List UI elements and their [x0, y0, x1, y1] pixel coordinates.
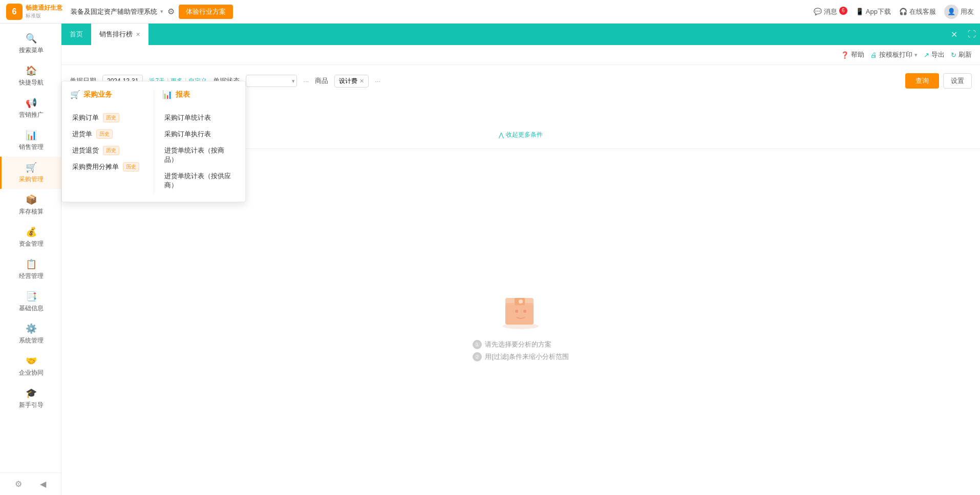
tab-bar: 首页 销售排行榜 ✕ ✕ ⛶	[61, 24, 980, 45]
tab-home[interactable]: 首页	[61, 24, 91, 45]
collapse-label: 收起更多条件	[506, 131, 543, 139]
set-btn[interactable]: 设置	[943, 73, 972, 89]
svg-point-5	[515, 310, 518, 313]
svg-point-6	[523, 310, 526, 313]
goods-in-label: 进货单	[72, 130, 92, 139]
dropdown-cols: 🛒 采购业务 采购订单 历史 进货单 历史 进货退货 历史 采购费用分摊单 历史	[70, 90, 237, 193]
sidebar-item-quicknav[interactable]: 🏠 快捷导航	[0, 60, 61, 92]
menu-item-po-exec[interactable]: 采购订单执行表	[162, 126, 238, 142]
query-btn[interactable]: 查询	[905, 73, 939, 89]
goods-return-history-badge: 历史	[103, 146, 119, 155]
online-service-item[interactable]: 🎧 在线客服	[899, 7, 936, 16]
experience-btn[interactable]: 体验行业方案	[179, 5, 233, 19]
sidebar-item-sales[interactable]: 📊 销售管理	[0, 124, 61, 157]
topbar: 6 畅捷通好生意 标准版 装备及固定资产辅助管理系统 ▾ ⚙ 体验行业方案 💬 …	[0, 0, 980, 24]
menu-item-purchase-expense[interactable]: 采购费用分摊单 历史	[70, 159, 145, 175]
sidebar-label-quicknav: 快捷导航	[19, 78, 44, 87]
empty-text: ① 请先选择要分析的方案 ② 用[过滤]条件来缩小分析范围	[473, 340, 568, 361]
sidebar-item-finance[interactable]: 💰 资金管理	[0, 221, 61, 253]
sidebar-label-search: 搜索菜单	[19, 46, 44, 55]
menu-item-purchase-order[interactable]: 采购订单 历史	[70, 110, 145, 126]
sidebar-item-enterprise[interactable]: 🤝 企业协同	[0, 350, 61, 382]
goods-return-label: 进货退货	[72, 146, 99, 155]
sidebar-item-marketing[interactable]: 📢 营销推广	[0, 92, 61, 124]
avatar: 👤	[944, 5, 958, 19]
sidebar-item-newbie[interactable]: 🎓 新手引导	[0, 382, 61, 415]
dropdown-col-purchase-biz: 🛒 采购业务 采购订单 历史 进货单 历史 进货退货 历史 采购费用分摊单 历史	[70, 90, 145, 193]
username-label: 用友	[961, 7, 974, 16]
menu-item-goods-return[interactable]: 进货退货 历史	[70, 142, 145, 159]
goods-tag-close[interactable]: ✕	[359, 78, 364, 84]
search-icon: 🔍	[26, 33, 37, 44]
hint-1-text: 请先选择要分析的方案	[485, 340, 551, 349]
tab-bar-close-btn[interactable]: ✕	[945, 30, 964, 39]
sidebar-label-operations: 经营管理	[19, 272, 44, 281]
hint-2: ② 用[过滤]条件来缩小分析范围	[473, 352, 568, 361]
sidebar-item-operations[interactable]: 📋 经营管理	[0, 253, 61, 286]
reports-icon: 📊	[162, 90, 173, 99]
export-label: 导出	[931, 50, 945, 59]
sidebar-item-system[interactable]: ⚙️ 系统管理	[0, 318, 61, 350]
sidebar-label-sales: 销售管理	[19, 143, 44, 152]
notification-label: 消息	[824, 7, 837, 16]
hint-1: ① 请先选择要分析的方案	[473, 340, 568, 349]
purchase-order-label: 采购订单	[72, 113, 99, 122]
menu-item-goods-in-stats-by-goods[interactable]: 进货单统计表（按商品）	[162, 142, 238, 168]
dropdown-divider	[154, 90, 154, 193]
help-btn[interactable]: ❓ 帮助	[841, 50, 864, 59]
menu-item-goods-in-stats-by-supplier[interactable]: 进货单统计表（按供应商）	[162, 168, 238, 193]
sidebar-label-enterprise: 企业协同	[19, 369, 44, 377]
goods-in-stats-supplier-label: 进货单统计表（按供应商）	[164, 171, 236, 190]
sidebar-item-inventory[interactable]: 📦 库存核算	[0, 189, 61, 221]
refresh-icon: ↻	[951, 51, 956, 59]
goods-in-history-badge: 历史	[96, 130, 113, 139]
sidebar-collapse-btn[interactable]: ◀	[40, 479, 46, 489]
sidebar-item-search[interactable]: 🔍 搜索菜单	[0, 28, 61, 60]
menu-item-goods-in[interactable]: 进货单 历史	[70, 126, 145, 142]
notification-item[interactable]: 💬 消息 6	[814, 7, 847, 16]
goods-more-options[interactable]: ···	[375, 77, 380, 85]
print-btn[interactable]: 🖨 按模板打印 ▾	[870, 50, 918, 59]
sidebar-label-purchase: 采购管理	[19, 175, 44, 184]
help-label: 帮助	[851, 50, 864, 59]
phone-icon: 📱	[856, 8, 864, 15]
page-header: ❓ 帮助 🖨 按模板打印 ▾ ↗ 导出 ↻ 刷新	[61, 45, 980, 65]
sidebar-item-basic-info[interactable]: 📑 基础信息	[0, 286, 61, 318]
tab-close-icon[interactable]: ✕	[136, 31, 140, 38]
sidebar-label-basic-info: 基础信息	[19, 304, 44, 313]
refresh-label: 刷新	[958, 50, 972, 59]
goods-in-stats-goods-label: 进货单统计表（按商品）	[164, 146, 236, 164]
help-icon: ❓	[841, 51, 849, 59]
export-btn[interactable]: ↗ 导出	[924, 50, 945, 59]
tab-sales-ranking[interactable]: 销售排行榜 ✕	[91, 24, 148, 45]
app-download-item[interactable]: 📱 App下载	[856, 7, 891, 16]
goods-tag: 设计费 ✕	[334, 75, 369, 88]
logo-icon: 6	[6, 4, 23, 20]
sidebar-label-marketing: 营销推广	[19, 111, 44, 119]
purchase-biz-icon: 🛒	[70, 90, 80, 99]
print-icon: 🖨	[870, 51, 877, 59]
menu-item-po-stats[interactable]: 采购订单统计表	[162, 110, 238, 126]
action-buttons: 查询 设置	[905, 71, 972, 91]
tab-bar-expand-btn[interactable]: ⛶	[964, 30, 980, 39]
system-dropdown-arrow[interactable]: ▾	[160, 8, 163, 15]
status-select[interactable]	[246, 75, 297, 87]
print-dropdown-arrow[interactable]: ▾	[914, 52, 918, 58]
newbie-icon: 🎓	[26, 388, 37, 399]
basic-info-icon: 📑	[26, 291, 37, 302]
po-stats-label: 采购订单统计表	[164, 113, 211, 122]
print-label: 按模板打印	[879, 50, 912, 59]
system-icon: ⚙️	[26, 323, 37, 334]
inventory-icon: 📦	[26, 194, 37, 205]
hint-1-num: ①	[473, 340, 482, 349]
sidebar-label-finance: 资金管理	[19, 240, 44, 248]
sidebar-settings-btn[interactable]: ⚙	[15, 479, 22, 489]
dropdown-col-reports: 📊 报表 采购订单统计表 采购订单执行表 进货单统计表（按商品） 进货单统计表（…	[162, 90, 238, 193]
settings-icon[interactable]: ⚙	[167, 7, 175, 16]
sidebar-item-purchase[interactable]: 🛒 采购管理	[0, 157, 61, 189]
status-more-options[interactable]: ···	[303, 77, 309, 85]
refresh-btn[interactable]: ↻ 刷新	[951, 50, 972, 59]
empty-illustration	[495, 283, 546, 334]
headset-icon: 🎧	[899, 8, 907, 15]
user-item[interactable]: 👤 用友	[944, 5, 974, 19]
